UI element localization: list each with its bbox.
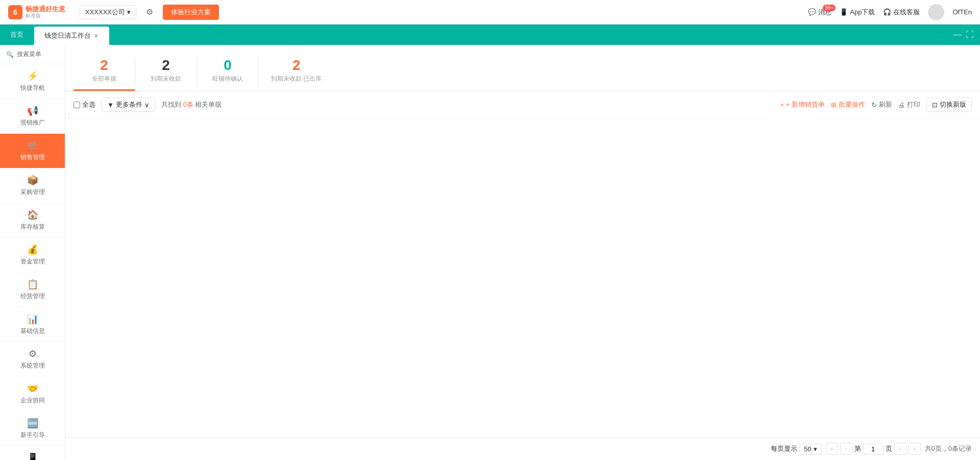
sidebar-item-operations[interactable]: 📋 经营管理 (0, 273, 65, 307)
app-icon: 📱 (840, 8, 848, 16)
sidebar-item-label: 营销推广 (20, 118, 45, 127)
sidebar-item-marketing[interactable]: 📢 营销推广 (0, 99, 65, 134)
finance-icon: 💰 (27, 244, 38, 255)
header: 6 畅捷通好生意 标准版 XXXXXX公司 ▾ ⚙ 体验行业方案 💬 消息 99… (0, 0, 980, 25)
sidebar-item-inventory[interactable]: 🏠 库存核算 (0, 203, 65, 238)
app-download-button[interactable]: 📱 App下载 (840, 8, 875, 17)
logo-title: 畅捷通好生意 (26, 5, 65, 13)
select-all-checkbox[interactable]: 全选 (74, 100, 95, 109)
batch-button[interactable]: ⊞ 批量操作 (831, 100, 865, 109)
inventory-icon: 🏠 (27, 209, 38, 221)
sidebar-item-guide[interactable]: 🆕 新手引导 (0, 411, 65, 446)
refresh-button[interactable]: ↻ 刷新 (871, 100, 892, 109)
close-tab-icon[interactable]: ✕ (94, 33, 99, 39)
pagination: 每页显示 50 ▾ « ‹ 第 页 › » 共0页，0条记录 (65, 437, 980, 460)
page-input[interactable] (863, 444, 884, 454)
chevron-down-icon: ▾ (127, 8, 131, 16)
sidebar-item-purchase[interactable]: 📦 采购管理 (0, 168, 65, 203)
sidebar-item-label: 库存核算 (20, 223, 45, 231)
refresh-icon: ↻ (871, 101, 877, 109)
tab-home-label: 首页 (10, 30, 23, 39)
found-suffix: 相关单据 (195, 101, 222, 108)
page-nav: « ‹ 第 页 › » (826, 443, 921, 455)
search-label: 搜索菜单 (17, 50, 41, 59)
sidebar-item-label: 采购管理 (20, 188, 45, 197)
online-service-label: 在线客服 (893, 8, 920, 17)
found-text: 共找到 0条 相关单据 (161, 100, 222, 109)
purchase-icon: 📦 (27, 175, 38, 186)
tab-expand-icon[interactable]: ⛶ (966, 30, 974, 39)
stat-num-overdue: 2 (162, 57, 170, 74)
enterprise-icon: 🤝 (27, 383, 38, 394)
page-label: 第 (854, 444, 861, 453)
batch-label: 批量操作 (839, 100, 865, 109)
add-order-button[interactable]: + + 新增销货单 (780, 100, 825, 109)
stats-tabs: 2 全部单据 2 到期未收款 0 旺铺待确认 2 到期未收款 已出库 (65, 45, 980, 91)
tab-daily-work[interactable]: 钱货日清工作台 ✕ (34, 27, 109, 45)
switch-icon: ⊡ (932, 101, 938, 109)
company-selector[interactable]: XXXXXX公司 ▾ (80, 5, 136, 19)
sidebar-item-basic-info[interactable]: 📊 基础信息 (0, 307, 65, 342)
sidebar-search[interactable]: 🔍 搜索菜单 (0, 45, 65, 64)
sidebar-item-label: 销售管理 (20, 153, 45, 162)
print-label: 打印 (907, 100, 920, 109)
refresh-label: 刷新 (879, 100, 892, 109)
stat-label-pending: 旺铺待确认 (212, 75, 243, 83)
tab-daily-work-label: 钱货日清工作台 (44, 31, 91, 40)
page-size-select: 每页显示 50 ▾ (771, 444, 821, 454)
stat-tab-all[interactable]: 2 全部单据 (74, 53, 135, 91)
sidebar-item-app-center[interactable]: 📱 应用中心 (0, 446, 65, 460)
select-all-label: 全选 (82, 100, 95, 109)
stat-label-overdue-out: 到期未收款 已出库 (271, 75, 322, 83)
stat-num-pending: 0 (224, 57, 232, 74)
stat-tab-overdue[interactable]: 2 到期未收款 (135, 53, 197, 91)
avatar[interactable] (928, 4, 944, 20)
filter-button[interactable]: ▼ 更多条件 ∨ (102, 98, 155, 112)
stat-tab-overdue-out[interactable]: 2 到期未收款 已出库 (259, 53, 334, 91)
empty-state (65, 118, 980, 437)
message-button[interactable]: 💬 消息 99+ (808, 8, 831, 17)
tabbar: 首页 钱货日清工作台 ✕ — ⛶ (0, 25, 980, 45)
total-info: 共0页，0条记录 (925, 444, 972, 453)
last-page-button[interactable]: » (909, 443, 921, 455)
stat-tab-pending[interactable]: 0 旺铺待确认 (197, 53, 258, 91)
settings-icon[interactable]: ⚙ (142, 5, 157, 19)
switch-version-button[interactable]: ⊡ 切换新版 (926, 98, 972, 112)
next-page-button[interactable]: › (894, 443, 906, 455)
company-name: XXXXXX公司 (85, 8, 125, 17)
tab-home[interactable]: 首页 (0, 25, 34, 45)
sidebar-item-label: 资金管理 (20, 257, 45, 266)
prev-page-button[interactable]: ‹ (840, 443, 852, 455)
toolbar-right: + + 新增销货单 ⊞ 批量操作 ↻ 刷新 🖨 打印 (780, 98, 972, 112)
stat-num-all: 2 (100, 57, 108, 74)
toolbar: 全选 ▼ 更多条件 ∨ 共找到 0条 相关单据 + + 新增销货单 (65, 91, 980, 118)
sidebar-item-enterprise[interactable]: 🤝 企业协同 (0, 377, 65, 411)
sidebar-item-quick-nav[interactable]: ⚡ 快捷导航 (0, 64, 65, 99)
sidebar-item-finance[interactable]: 💰 资金管理 (0, 238, 65, 273)
message-badge: 99+ (823, 5, 836, 11)
guide-icon: 🆕 (27, 418, 38, 429)
filter-icon: ▼ (107, 101, 114, 109)
print-button[interactable]: 🖨 打印 (898, 100, 920, 109)
first-page-button[interactable]: « (826, 443, 838, 455)
main-content: 2 全部单据 2 到期未收款 0 旺铺待确认 2 到期未收款 已出库 (65, 45, 980, 460)
trial-button[interactable]: 体验行业方案 (163, 5, 219, 20)
stat-num-overdue-out: 2 (292, 57, 301, 74)
tab-minimize-icon[interactable]: — (953, 30, 962, 39)
sidebar-item-system[interactable]: ⚙ 系统管理 (0, 342, 65, 377)
page-size-value-text: 50 (804, 445, 811, 453)
page-size-dropdown[interactable]: 50 ▾ (799, 444, 821, 454)
page-size-chevron-icon: ▾ (814, 445, 817, 453)
sidebar-item-label: 系统管理 (20, 361, 45, 370)
found-count: 0条 (183, 101, 193, 108)
tabbar-actions: — ⛶ (953, 30, 980, 39)
basic-info-icon: 📊 (27, 313, 38, 325)
online-service-button[interactable]: 🎧 在线客服 (883, 8, 920, 17)
user-name: OfTEn (952, 8, 972, 16)
select-all-input[interactable] (74, 102, 80, 108)
logo-area: 6 畅捷通好生意 标准版 (8, 5, 74, 19)
table-area (65, 118, 980, 437)
sidebar-item-sales[interactable]: 🛒 销售管理 (0, 134, 65, 168)
quick-nav-icon: ⚡ (27, 70, 38, 82)
search-icon: 🔍 (6, 51, 14, 58)
